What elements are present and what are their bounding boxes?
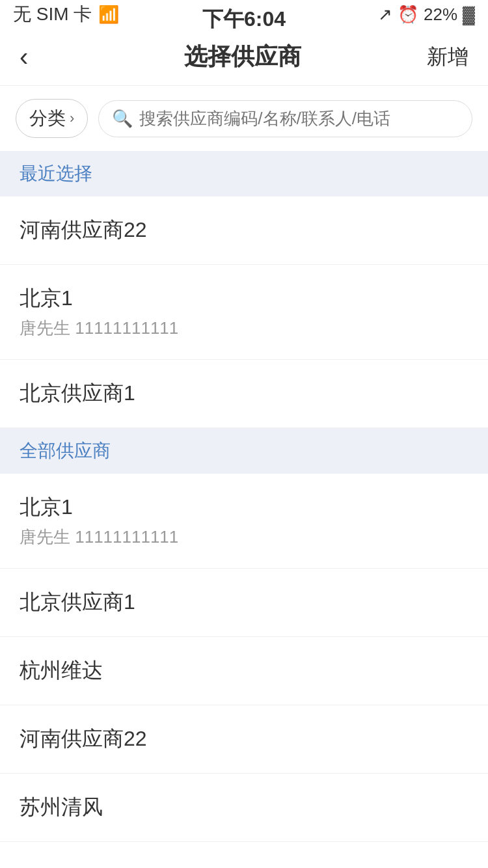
item-name: 河南供应商22 bbox=[20, 216, 468, 245]
list-item[interactable]: 北京供应商1 bbox=[0, 360, 488, 428]
search-input[interactable] bbox=[139, 109, 459, 129]
filter-bar: 分类 › 🔍 bbox=[0, 86, 488, 151]
item-name: 苏州清风 bbox=[20, 793, 468, 822]
recent-section-header: 最近选择 bbox=[0, 151, 488, 197]
item-name: 北京1 bbox=[20, 493, 468, 522]
all-items-list: 北京1唐先生 11111111111北京供应商1杭州维达河南供应商22苏州清风 bbox=[0, 474, 488, 842]
recent-items-list: 河南供应商22北京1唐先生 11111111111北京供应商1 bbox=[0, 197, 488, 428]
carrier-label: 无 SIM 卡 bbox=[13, 2, 92, 27]
item-name: 北京供应商1 bbox=[20, 379, 468, 408]
recent-section-label: 最近选择 bbox=[20, 163, 92, 183]
alarm-icon: ⏰ bbox=[398, 5, 418, 25]
list-item[interactable]: 苏州清风 bbox=[0, 774, 488, 842]
item-name: 杭州维达 bbox=[20, 657, 468, 685]
item-sub: 唐先生 11111111111 bbox=[20, 317, 468, 340]
all-section-label: 全部供应商 bbox=[20, 441, 111, 461]
wifi-icon: 📶 bbox=[98, 5, 119, 25]
battery-level: 22% bbox=[424, 5, 457, 25]
item-name: 北京供应商1 bbox=[20, 588, 468, 617]
status-left: 无 SIM 卡 📶 bbox=[13, 2, 119, 27]
status-bar: 无 SIM 卡 📶 下午6:04 ↗ ⏰ 22% ▓ bbox=[0, 0, 488, 29]
battery-icon: ▓ bbox=[463, 5, 475, 25]
list-item[interactable]: 北京1唐先生 11111111111 bbox=[0, 474, 488, 569]
search-box[interactable]: 🔍 bbox=[98, 100, 472, 137]
location-icon: ↗ bbox=[378, 5, 392, 25]
item-sub: 唐先生 11111111111 bbox=[20, 526, 468, 549]
list-item[interactable]: 河南供应商22 bbox=[0, 197, 488, 265]
back-button[interactable]: ‹ bbox=[20, 42, 59, 72]
page-title: 选择供应商 bbox=[184, 41, 301, 73]
list-item[interactable]: 河南供应商22 bbox=[0, 705, 488, 774]
item-name: 北京1 bbox=[20, 284, 468, 313]
status-time: 下午6:04 bbox=[202, 5, 286, 34]
list-item[interactable]: 北京1唐先生 11111111111 bbox=[0, 265, 488, 360]
item-name: 河南供应商22 bbox=[20, 725, 468, 753]
list-item[interactable]: 杭州维达 bbox=[0, 637, 488, 705]
list-item[interactable]: 北京供应商1 bbox=[0, 569, 488, 637]
category-label: 分类 bbox=[29, 106, 66, 131]
nav-bar: ‹ 选择供应商 新增 bbox=[0, 29, 488, 86]
status-right: ↗ ⏰ 22% ▓ bbox=[378, 5, 475, 25]
all-section-header: 全部供应商 bbox=[0, 428, 488, 474]
search-icon: 🔍 bbox=[112, 109, 133, 129]
category-button[interactable]: 分类 › bbox=[16, 99, 88, 138]
add-button[interactable]: 新增 bbox=[427, 43, 468, 72]
chevron-right-icon: › bbox=[70, 110, 74, 127]
